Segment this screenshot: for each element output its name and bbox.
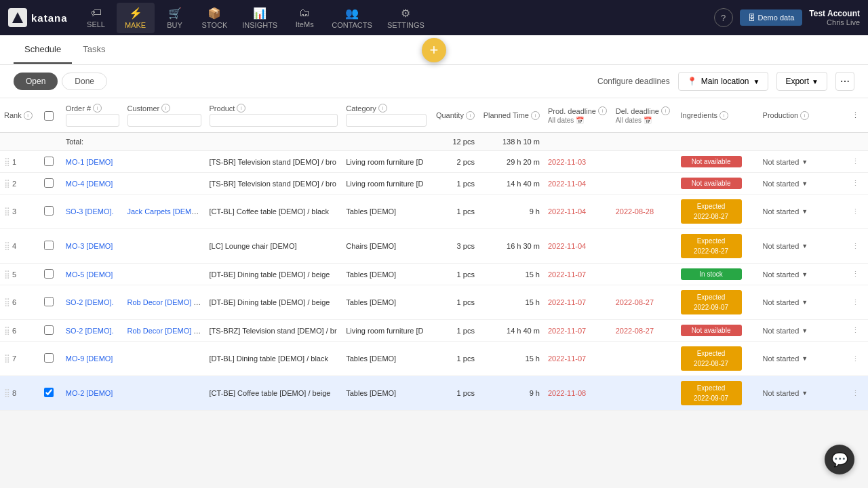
order-link[interactable]: SO-2 [DEMO]. (66, 327, 114, 335)
order-link[interactable]: MO-5 [DEMO] (66, 270, 113, 279)
nav-item-stock[interactable]: 📦 STOCK (195, 3, 235, 33)
col-header-more: ⋮ (848, 98, 868, 133)
customer-filter-input[interactable] (127, 114, 201, 127)
tab-tasks[interactable]: Tasks (72, 36, 116, 64)
export-button[interactable]: Export ▼ (776, 72, 827, 91)
drag-handle[interactable]: ⣿ (4, 241, 10, 251)
tab-schedule[interactable]: Schedule (14, 36, 72, 64)
category-filter-input[interactable] (346, 114, 427, 127)
calendar-icon[interactable]: 📅 (644, 117, 652, 124)
order-link[interactable]: MO-4 [DEMO] (66, 180, 113, 188)
order-link[interactable]: MO-1 [DEMO] (66, 158, 113, 166)
drag-handle[interactable]: ⣿ (4, 157, 10, 167)
order-filter-input[interactable] (66, 114, 119, 127)
planned-time-cell: 14 h 40 m (479, 173, 544, 195)
row-checkbox[interactable] (44, 388, 54, 397)
info-icon: i (598, 106, 607, 115)
sell-icon: 🏷 (91, 7, 102, 19)
row-more-button[interactable]: ⋮ (848, 264, 868, 285)
del-deadline-cell: 2022-08-28 (612, 195, 677, 229)
row-more-button[interactable]: ⋮ (848, 376, 868, 411)
logo[interactable]: katana (8, 8, 68, 27)
product-filter-input[interactable] (210, 114, 338, 127)
not-available-badge: Not available (681, 156, 742, 167)
customer-link[interactable]: Rob Decor [DEMO] (SO-2 (127, 298, 205, 306)
production-status-cell[interactable]: Not started ▼ (759, 342, 848, 376)
drag-handle[interactable]: ⣿ (4, 388, 10, 398)
production-status-cell[interactable]: Not started ▼ (759, 320, 848, 342)
row-more-button[interactable]: ⋮ (848, 320, 868, 342)
col-header-ingredients: Ingredients i (677, 98, 759, 133)
row-checkbox[interactable] (44, 241, 54, 250)
del-deadline-cell: 2022-08-27 (612, 320, 677, 342)
row-checkbox[interactable] (44, 297, 54, 306)
category-cell: Living room furniture [D (342, 320, 431, 342)
row-more-button[interactable]: ⋮ (848, 285, 868, 320)
order-link[interactable]: MO-3 [DEMO] (66, 242, 113, 250)
calendar-icon[interactable]: 📅 (576, 117, 584, 124)
production-status-cell[interactable]: Not started ▼ (759, 264, 848, 285)
production-status-cell[interactable]: Not started ▼ (759, 285, 848, 320)
col-header-production: Production i (759, 98, 848, 133)
drag-handle[interactable]: ⣿ (4, 298, 10, 307)
more-options-button[interactable]: ⋯ (835, 72, 854, 91)
configure-deadlines-link[interactable]: Configure deadlines (597, 77, 670, 86)
open-tab[interactable]: Open (14, 73, 58, 90)
help-button[interactable]: ? (714, 8, 733, 27)
col-header-check[interactable] (41, 98, 62, 133)
customer-link[interactable]: Rob Decor [DEMO] (SO-2 (127, 327, 205, 335)
info-icon: i (161, 104, 170, 113)
row-checkbox[interactable] (44, 178, 54, 188)
total-row: Total: 12 pcs 138 h 10 m (0, 133, 868, 151)
done-tab[interactable]: Done (62, 73, 107, 90)
order-link[interactable]: SO-2 [DEMO]. (66, 298, 114, 306)
del-deadline-filter[interactable]: All dates (616, 117, 642, 124)
add-fab-button[interactable]: + (422, 38, 446, 62)
drag-handle[interactable]: ⣿ (4, 270, 10, 279)
customer-link[interactable]: Jack Carpets [DEMO] (SO (127, 207, 205, 216)
production-status-cell[interactable]: Not started ▼ (759, 376, 848, 411)
drag-handle[interactable]: ⣿ (4, 179, 10, 188)
row-more-button[interactable]: ⋮ (848, 151, 868, 173)
location-button[interactable]: 📍 Main location ▼ (678, 72, 769, 91)
row-checkbox[interactable] (44, 206, 54, 216)
row-checkbox[interactable] (44, 157, 54, 166)
row-more-button[interactable]: ⋮ (848, 195, 868, 229)
production-status-cell[interactable]: Not started ▼ (759, 173, 848, 195)
settings-icon: ⚙ (401, 7, 410, 20)
nav-item-items[interactable]: 🗂 IteMs (285, 3, 323, 33)
ingredients-cell: Expected2022-08-27 (677, 195, 759, 229)
production-status-cell[interactable]: Not started ▼ (759, 195, 848, 229)
drag-handle[interactable]: ⣿ (4, 326, 10, 336)
row-more-button[interactable]: ⋮ (848, 342, 868, 376)
drag-handle[interactable]: ⣿ (4, 207, 10, 216)
planned-time-cell: 9 h (479, 195, 544, 229)
demo-data-button[interactable]: 🗄 Demo data (740, 9, 803, 26)
nav-item-make[interactable]: ⚡ MAKE (117, 3, 155, 33)
nav-item-settings[interactable]: ⚙ SETTINGS (380, 3, 431, 33)
rank-number: 8 (12, 389, 16, 397)
production-status-cell[interactable]: Not started ▼ (759, 229, 848, 264)
row-more-button[interactable]: ⋮ (848, 173, 868, 195)
prod-deadline-filter[interactable]: All dates (548, 117, 574, 124)
ingredients-cell: Not available (677, 151, 759, 173)
toolbar-right: Configure deadlines 📍 Main location ▼ Ex… (597, 72, 854, 91)
nav-item-contacts[interactable]: 👥 CONTACTS (325, 3, 379, 33)
nav-item-insights[interactable]: 📊 INSIGHTS (235, 3, 284, 33)
select-all-checkbox[interactable] (44, 111, 54, 121)
info-icon: i (93, 104, 102, 113)
rank-number: 6 (12, 298, 16, 306)
order-link[interactable]: SO-3 [DEMO]. (66, 207, 114, 216)
product-cell: [DT-BL] Dining table [DEMO] / black (205, 342, 342, 376)
info-icon: i (661, 106, 670, 115)
nav-item-buy[interactable]: 🛒 BUY (156, 3, 194, 33)
row-checkbox[interactable] (44, 353, 54, 363)
order-link[interactable]: MO-2 [DEMO] (66, 389, 113, 397)
drag-handle[interactable]: ⣿ (4, 354, 10, 363)
nav-item-sell[interactable]: 🏷 SELL (77, 3, 115, 33)
production-status-cell[interactable]: Not started ▼ (759, 151, 848, 173)
row-checkbox[interactable] (44, 269, 54, 279)
row-checkbox[interactable] (44, 325, 54, 335)
order-link[interactable]: MO-9 [DEMO] (66, 354, 113, 363)
row-more-button[interactable]: ⋮ (848, 229, 868, 264)
